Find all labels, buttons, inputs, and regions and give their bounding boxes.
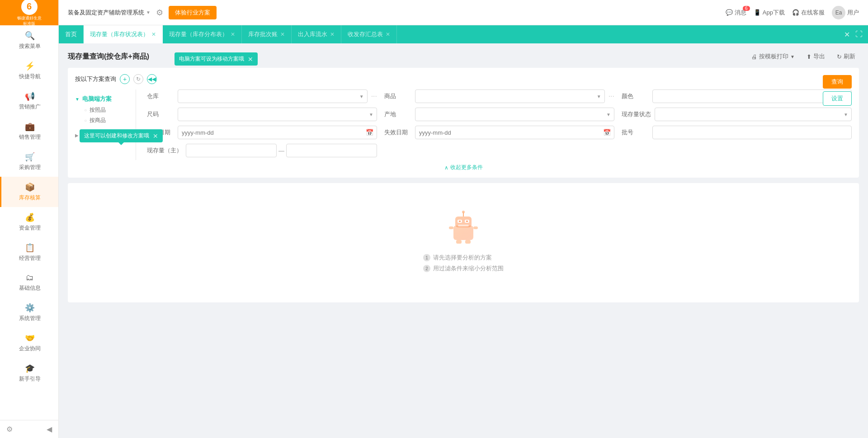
origin-select-wrap: ▼ bbox=[415, 108, 614, 121]
batch-no-row: 批号 bbox=[622, 126, 852, 139]
sub-item-by-goods[interactable]: ○ 按商品 bbox=[84, 115, 125, 126]
empty-step1: 1 请先选择要分析的方案 bbox=[423, 254, 504, 262]
industry-btn[interactable]: 体验行业方案 bbox=[169, 6, 217, 19]
app-download-btn[interactable]: 📱 App下载 bbox=[754, 9, 785, 17]
export-btn[interactable]: ⬆ 导出 bbox=[803, 51, 829, 62]
collapse-more-btn[interactable]: ∧ 收起更多条件 bbox=[75, 160, 852, 171]
filter-add-btn[interactable]: + bbox=[120, 74, 130, 84]
page-actions: 🖨 按模板打印 ▼ ⬆ 导出 ↻ 刷新 bbox=[748, 51, 859, 62]
svg-rect-9 bbox=[456, 240, 462, 244]
tab-close-batch-ledger[interactable]: ✕ bbox=[280, 31, 285, 38]
tab-close-in-out-flow[interactable]: ✕ bbox=[330, 31, 335, 38]
sidebar-item-inventory[interactable]: 📦 库存核算 bbox=[0, 177, 58, 207]
scheme-tooltip-popup: 电脑方案可设为移动方案哦 ✕ bbox=[175, 52, 258, 66]
tab-inventory-status[interactable]: 现存量（库存状况表） ✕ bbox=[84, 25, 163, 43]
sidebar-item-basic-info[interactable]: 🗂 基础信息 bbox=[0, 268, 58, 297]
tab-inventory-distribution[interactable]: 现存量（库存分布表） ✕ bbox=[163, 25, 242, 43]
sidebar-item-operations[interactable]: 📋 经营管理 bbox=[0, 237, 58, 268]
stock-main-min-input[interactable] bbox=[186, 144, 277, 157]
refresh-label: 刷新 bbox=[844, 52, 855, 61]
refresh-icon: ↻ bbox=[837, 53, 842, 60]
goods-more-icon[interactable]: ··· bbox=[609, 92, 614, 100]
edit-tooltip-close[interactable]: ✕ bbox=[153, 132, 158, 140]
empty-state-icon bbox=[445, 210, 481, 246]
size-row: 尺码 ▼ bbox=[147, 108, 377, 121]
desktop-scheme-item[interactable]: ▼ 电脑端方案 bbox=[75, 93, 125, 105]
scheme-tooltip-text: 电脑方案可设为移动方案哦 bbox=[179, 55, 244, 63]
page-title: 现存量查询(按仓库+商品) bbox=[68, 52, 149, 61]
query-btn[interactable]: 查询 bbox=[823, 75, 852, 89]
user-section[interactable]: Ea 用户 bbox=[832, 6, 859, 19]
settings-bottom-icon[interactable]: ⚙ bbox=[6, 425, 13, 433]
header-settings-icon[interactable]: ⚙ bbox=[156, 8, 163, 18]
tab-close-receipt-summary[interactable]: ✕ bbox=[386, 31, 390, 38]
tutorial-icon: 🎓 bbox=[25, 363, 35, 373]
empty-dot-2: 2 bbox=[423, 265, 430, 272]
sidebar-item-purchase[interactable]: 🛒 采购管理 bbox=[0, 146, 58, 177]
sidebar-item-enterprise[interactable]: 🤝 企业协同 bbox=[0, 328, 58, 358]
filter-area: 按以下方案查询 + ↻ ◀◀ 电脑方案可设为移动方案哦 ✕ ▼ 电脑端 bbox=[68, 68, 859, 178]
sidebar-item-sales[interactable]: 💼 销售管理 bbox=[0, 116, 58, 146]
filter-refresh-btn[interactable]: ↻ bbox=[133, 74, 143, 84]
size-select[interactable] bbox=[178, 108, 377, 121]
close-all-tabs-btn[interactable]: ✕ bbox=[842, 28, 852, 41]
reset-btn[interactable]: 设置 bbox=[823, 91, 852, 106]
sidebar-item-finance[interactable]: 💰 资金管理 bbox=[0, 207, 58, 237]
system-selector[interactable]: 装备及固定资产辅助管理系统 ▼ bbox=[68, 9, 151, 17]
tab-close-inventory-status[interactable]: ✕ bbox=[151, 31, 156, 38]
goods-select[interactable] bbox=[415, 89, 605, 103]
stock-range-dash: — bbox=[278, 147, 284, 154]
sidebar-item-label: 销售管理 bbox=[19, 133, 41, 141]
desktop-scheme-sub: ○ 按照品 ○ 按商品 bbox=[84, 105, 125, 126]
batch-no-input[interactable] bbox=[652, 126, 852, 139]
basic-info-icon: 🗂 bbox=[26, 273, 34, 283]
sidebar: 6 畅捷通好生意 标准版 🔍 搜索菜单 ⚡ 快捷导航 📢 营销推广 💼 销售管理… bbox=[0, 0, 59, 438]
sidebar-item-quick-nav[interactable]: ⚡ 快捷导航 bbox=[0, 56, 58, 86]
size-label: 尺码 bbox=[147, 110, 174, 118]
notification-btn[interactable]: 💬 消息 6 bbox=[726, 9, 746, 17]
production-date-wrap: 📅 bbox=[178, 126, 377, 139]
origin-select[interactable] bbox=[415, 108, 614, 121]
tab-in-out-flow[interactable]: 出入库流水 ✕ bbox=[292, 25, 341, 43]
sidebar-item-system[interactable]: ⚙️ 系统管理 bbox=[0, 297, 58, 328]
stock-status-row: 现存量状态 ▼ bbox=[622, 108, 852, 121]
expiry-date-input[interactable] bbox=[415, 126, 614, 139]
sidebar-item-search[interactable]: 🔍 搜索菜单 bbox=[0, 25, 58, 56]
notification-badge: 6 bbox=[743, 6, 750, 11]
filter-back-btn[interactable]: ◀◀ bbox=[147, 74, 157, 84]
sidebar-item-tutorial[interactable]: 🎓 新手引导 bbox=[0, 358, 58, 388]
collapse-sidebar-icon[interactable]: ◀ bbox=[47, 425, 52, 433]
filter-label: 按以下方案查询 bbox=[75, 75, 116, 83]
color-label: 颜色 bbox=[622, 92, 649, 100]
sidebar-item-label: 基础信息 bbox=[19, 284, 41, 292]
tab-receipt-summary[interactable]: 收发存汇总表 ✕ bbox=[341, 25, 397, 43]
edit-tooltip-text: 这里可以创建和修改方案哦 bbox=[84, 132, 149, 140]
sales-icon: 💼 bbox=[25, 122, 35, 132]
sidebar-item-label: 营销推广 bbox=[19, 103, 41, 111]
sidebar-item-label: 系统管理 bbox=[19, 315, 41, 322]
size-select-wrap: ▼ bbox=[178, 108, 377, 121]
header-right: 💬 消息 6 📱 App下载 🎧 在线客服 Ea 用户 bbox=[726, 6, 859, 19]
tab-home[interactable]: 首页 bbox=[59, 25, 84, 43]
svg-point-3 bbox=[462, 211, 465, 213]
color-select[interactable] bbox=[652, 89, 852, 103]
quick-nav-icon: ⚡ bbox=[25, 61, 35, 71]
warehouse-more-icon[interactable]: ··· bbox=[371, 92, 377, 100]
tab-batch-ledger[interactable]: 库存批次账 ✕ bbox=[242, 25, 292, 43]
print-template-btn[interactable]: 🖨 按模板打印 ▼ bbox=[748, 51, 798, 62]
online-support-btn[interactable]: 🎧 在线客服 bbox=[792, 9, 825, 17]
sidebar-item-marketing[interactable]: 📢 营销推广 bbox=[0, 86, 58, 116]
scheme-tooltip-close[interactable]: ✕ bbox=[248, 56, 253, 63]
tab-close-inventory-distribution[interactable]: ✕ bbox=[231, 31, 235, 38]
production-date-input[interactable] bbox=[178, 126, 377, 139]
stock-main-max-input[interactable] bbox=[286, 144, 377, 157]
collapse-up-icon: ∧ bbox=[444, 165, 448, 171]
color-row: 颜色 ▼ bbox=[622, 89, 852, 103]
refresh-btn[interactable]: ↻ 刷新 bbox=[833, 51, 859, 62]
warehouse-select[interactable] bbox=[178, 89, 368, 103]
expiry-date-wrap: 📅 bbox=[415, 126, 614, 139]
fullscreen-btn[interactable]: ⛶ bbox=[854, 28, 864, 40]
stock-status-select[interactable] bbox=[655, 108, 852, 121]
sub-item-by-category[interactable]: ○ 按照品 bbox=[84, 105, 125, 115]
svg-rect-11 bbox=[449, 226, 453, 229]
